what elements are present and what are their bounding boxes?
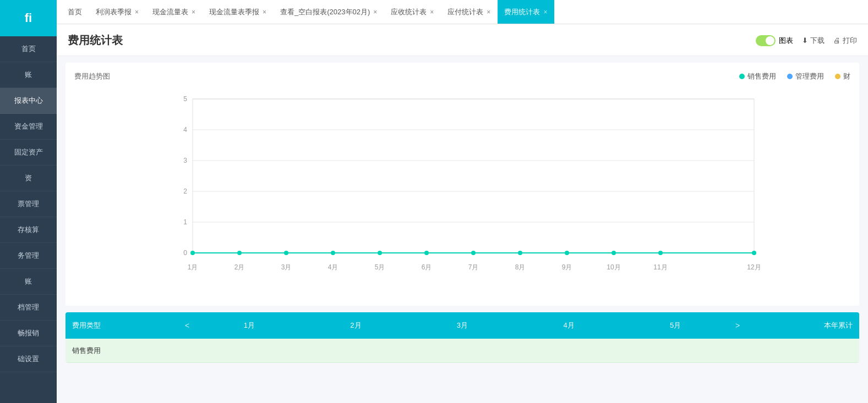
sidebar-item-home[interactable]: 首页 — [0, 36, 57, 62]
tab-expense-stats[interactable]: 费用统计表 × — [498, 0, 554, 24]
sidebar-item-ledger[interactable]: 账 — [0, 269, 57, 295]
th-month-2: 2月 — [303, 321, 410, 330]
table-header-row: 费用类型 < 1月 2月 3月 4月 5月 — [65, 312, 859, 339]
svg-text:11月: 11月 — [653, 263, 667, 271]
page-header: 费用统计表 图表 ⬇ 下载 🖨 打印 — [57, 24, 868, 56]
tab-payable[interactable]: 应付统计表 × — [441, 0, 498, 24]
sidebar-item-account[interactable]: 账 — [0, 62, 57, 88]
svg-text:9月: 9月 — [562, 263, 572, 271]
tab-bar: 首页 利润表季报 × 现金流量表 × 现金流量表季报 × 查看_空白报表(202… — [57, 0, 868, 24]
close-tab-expense-stats[interactable]: × — [543, 8, 547, 16]
svg-text:5月: 5月 — [375, 263, 385, 271]
svg-point-19 — [471, 251, 476, 255]
legend-dot-finance — [835, 74, 840, 79]
sidebar-item-service[interactable]: 务管理 — [0, 243, 57, 269]
chart-container: 0 1 2 3 4 5 — [74, 88, 850, 297]
svg-point-21 — [565, 251, 569, 255]
page-content: 费用统计表 图表 ⬇ 下载 🖨 打印 费用趋势图 — [57, 24, 868, 403]
table-row: 销售费用 — [65, 339, 859, 363]
svg-text:1月: 1月 — [188, 263, 198, 271]
sidebar: fi 首页 账 报表中心 资金管理 固定资产 资 票管理 存核算 务管理 账 档… — [0, 0, 57, 403]
print-button[interactable]: 🖨 打印 — [833, 36, 857, 46]
svg-point-24 — [752, 251, 756, 255]
tab-profit-quarterly[interactable]: 利润表季报 × — [89, 0, 146, 24]
legend-dot-sales — [739, 74, 745, 79]
table-section: 费用类型 < 1月 2月 3月 4月 5月 — [65, 312, 859, 363]
sidebar-item-assets[interactable]: 固定资产 — [0, 140, 57, 165]
tab-receivable[interactable]: 应收统计表 × — [384, 0, 441, 24]
svg-point-15 — [284, 251, 288, 255]
nav-prev-arrow[interactable]: < — [185, 321, 189, 330]
th-month-5: 5月 — [622, 321, 729, 330]
sidebar-item-expense[interactable]: 畅报销 — [0, 321, 57, 346]
header-actions: 图表 ⬇ 下载 🖨 打印 — [756, 35, 857, 46]
th-month-3: 3月 — [409, 321, 516, 330]
chart-toggle[interactable] — [756, 35, 776, 46]
svg-text:8月: 8月 — [515, 263, 526, 271]
svg-point-17 — [378, 251, 382, 255]
chart-title: 费用趋势图 — [74, 71, 110, 81]
chart-section: 费用趋势图 销售费用 管理费用 财 — [65, 63, 859, 306]
chart-legend: 销售费用 管理费用 财 — [739, 71, 850, 81]
svg-text:10月: 10月 — [607, 263, 620, 271]
chart-svg: 0 1 2 3 4 5 — [74, 88, 850, 297]
legend-management: 管理费用 — [787, 71, 824, 81]
th-month-1: 1月 — [196, 321, 303, 330]
svg-text:2月: 2月 — [234, 263, 245, 271]
svg-text:3月: 3月 — [281, 263, 292, 271]
svg-text:2: 2 — [183, 187, 187, 195]
sidebar-item-inventory[interactable]: 存核算 — [0, 217, 57, 243]
download-button[interactable]: ⬇ 下载 — [802, 36, 825, 46]
legend-dot-management — [787, 74, 793, 79]
download-icon: ⬇ — [802, 36, 808, 45]
sidebar-logo: fi — [0, 0, 57, 36]
chart-header: 费用趋势图 销售费用 管理费用 财 — [74, 71, 850, 81]
svg-text:4月: 4月 — [328, 263, 339, 271]
sidebar-item-invoice[interactable]: 票管理 — [0, 191, 57, 217]
svg-text:12月: 12月 — [747, 263, 761, 271]
chart-toggle-wrap: 图表 — [756, 35, 793, 46]
svg-point-22 — [612, 251, 616, 255]
sidebar-item-report[interactable]: 报表中心 — [0, 88, 57, 114]
sidebar-item-archive[interactable]: 档管理 — [0, 295, 57, 321]
close-tab-profit-quarterly[interactable]: × — [135, 8, 139, 16]
page-title: 费用统计表 — [68, 33, 123, 48]
svg-point-20 — [518, 251, 522, 255]
close-tab-cashflow-quarterly[interactable]: × — [263, 8, 266, 16]
th-month-4: 4月 — [516, 321, 623, 330]
svg-point-13 — [190, 251, 195, 255]
nav-next-arrow[interactable]: > — [735, 321, 740, 330]
td-type-sales: 销售费用 — [65, 346, 196, 356]
sidebar-item-capital[interactable]: 资 — [0, 165, 57, 191]
svg-text:7月: 7月 — [468, 263, 479, 271]
svg-text:0: 0 — [183, 249, 187, 257]
svg-text:1: 1 — [183, 218, 187, 226]
close-tab-cashflow[interactable]: × — [192, 8, 195, 16]
tab-cashflow-quarterly[interactable]: 现金流量表季报 × — [203, 0, 274, 24]
th-type: 费用类型 < — [65, 321, 196, 330]
tab-home[interactable]: 首页 — [61, 0, 89, 24]
sidebar-item-fund[interactable]: 资金管理 — [0, 114, 57, 140]
close-tab-payable[interactable]: × — [487, 8, 490, 16]
tab-cashflow[interactable]: 现金流量表 × — [146, 0, 203, 24]
main-area: 首页 利润表季报 × 现金流量表 × 现金流量表季报 × 查看_空白报表(202… — [57, 0, 868, 403]
svg-text:3: 3 — [183, 157, 187, 164]
chart-toggle-label: 图表 — [779, 36, 793, 46]
legend-sales: 销售费用 — [739, 71, 776, 81]
svg-point-23 — [658, 251, 663, 255]
print-icon: 🖨 — [833, 36, 840, 45]
svg-text:5: 5 — [183, 95, 187, 103]
svg-text:4: 4 — [183, 126, 187, 134]
close-tab-receivable[interactable]: × — [430, 8, 434, 16]
svg-point-14 — [237, 251, 242, 255]
close-tab-blank-report[interactable]: × — [373, 8, 377, 16]
svg-point-16 — [331, 251, 335, 255]
sidebar-item-settings[interactable]: 础设置 — [0, 346, 57, 372]
svg-point-18 — [424, 251, 429, 255]
legend-finance: 财 — [835, 71, 850, 81]
svg-rect-12 — [193, 99, 754, 253]
tab-blank-report[interactable]: 查看_空白报表(2023年02月) × — [274, 0, 384, 24]
th-last-col: > 本年累计 — [729, 321, 859, 330]
svg-text:6月: 6月 — [422, 263, 432, 271]
